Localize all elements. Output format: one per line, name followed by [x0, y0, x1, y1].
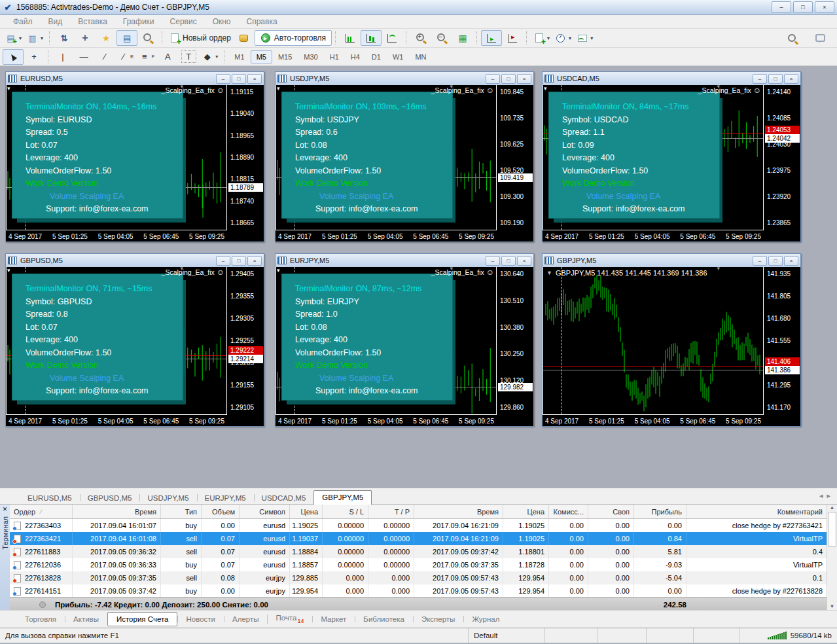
column-header-profit[interactable]: Прибыль	[634, 505, 686, 518]
new-chart-button[interactable]: ▾	[3, 30, 24, 46]
timeframe-MN[interactable]: MN	[409, 50, 432, 63]
terminal-close-icon[interactable]: ✕	[3, 506, 8, 512]
timeframe-M15[interactable]: M15	[272, 50, 298, 63]
terminal-tab-маркет[interactable]: Маркет	[312, 613, 355, 626]
timeframe-M5[interactable]: M5	[251, 50, 272, 63]
chart-plot[interactable]: ▾▾TerminalMonitor ON, 71ms, ~15msSymbol:…	[6, 267, 227, 415]
timeframe-M1[interactable]: M1	[228, 50, 250, 63]
chart-window-titlebar[interactable]: EURJPY,M5–□×	[276, 254, 533, 268]
cursor-button[interactable]	[3, 49, 24, 65]
chart-close-button[interactable]: ×	[517, 256, 531, 266]
chart-tab-eurusd-m5[interactable]: EURUSD,M5	[20, 492, 80, 504]
column-header-comment[interactable]: Комментарий	[686, 505, 827, 518]
chart-restore-button[interactable]: □	[232, 256, 246, 266]
chart-window-usdcad-m5[interactable]: USDCAD,M5–□×▾▾TerminalMonitor ON, 84ms, …	[542, 71, 801, 242]
column-header-time[interactable]: Время	[73, 505, 161, 518]
column-header-symbol[interactable]: Символ	[240, 505, 290, 518]
chart-restore-button[interactable]: □	[768, 74, 783, 84]
timeframe-D1[interactable]: D1	[366, 50, 387, 63]
chart-plot[interactable]: ▾▾TerminalMonitor ON, 84ms, ~17msSymbol:…	[543, 85, 764, 230]
column-header-swap[interactable]: Своп	[588, 505, 634, 518]
chat-button[interactable]	[810, 31, 830, 46]
templates-button[interactable]: ▾	[574, 30, 596, 46]
terminal-tab-история-счета[interactable]: История Счета	[107, 612, 178, 626]
status-profile[interactable]: Default	[468, 628, 544, 643]
chart-restore-button[interactable]: □	[768, 256, 783, 266]
chart-tab-usdcad-m5[interactable]: USDCAD,M5	[254, 492, 314, 504]
crosshair-button[interactable]: +	[24, 49, 45, 65]
chart-plot[interactable]: ▾▾TerminalMonitor ON, 87ms, ~12msSymbol:…	[276, 267, 497, 415]
column-header-volume[interactable]: Объем	[202, 505, 240, 518]
zoom-out-button[interactable]: –	[431, 30, 452, 46]
terminal-scrollbar[interactable]: ▲▼	[827, 505, 837, 611]
menu-Справка[interactable]: Справка	[239, 17, 285, 26]
terminal-tab-библиотека[interactable]: Библиотека	[355, 613, 413, 626]
terminal-tab-алерты[interactable]: Алерты	[224, 613, 267, 626]
chart-window-titlebar[interactable]: USDCAD,M5–□×	[543, 72, 800, 86]
chart-window-gbpusd-m5[interactable]: GBPUSD,M5–□×▾▾TerminalMonitor ON, 71ms, …	[5, 253, 264, 427]
terminal-tab-торговля[interactable]: Торговля	[16, 613, 65, 626]
candlestick-mode-button[interactable]	[361, 30, 382, 46]
chart-window-eurjpy-m5[interactable]: EURJPY,M5–□×▾▾TerminalMonitor ON, 87ms, …	[275, 253, 534, 427]
chart-tab-usdjpy-m5[interactable]: USDJPY,M5	[139, 492, 196, 504]
chart-window-eurusd-m5[interactable]: EURUSD,M5–□×▾▾TerminalMonitor ON, 104ms,…	[5, 71, 264, 242]
search-button[interactable]	[782, 31, 803, 46]
menu-Графики[interactable]: Графики	[115, 17, 162, 26]
chart-minimize-button[interactable]: –	[753, 256, 767, 266]
indicators-button[interactable]: ▾	[531, 30, 552, 46]
equidistant-channel-button[interactable]: ∕E	[115, 49, 136, 65]
column-header-commission[interactable]: Комисс...	[549, 505, 588, 518]
terminal-tab-почта[interactable]: Почта14	[267, 611, 312, 626]
column-header-close_time[interactable]: Время	[414, 505, 503, 518]
column-header-sl[interactable]: S / L	[323, 505, 368, 518]
chart-tab-eurjpy-m5[interactable]: EURJPY,M5	[197, 492, 254, 504]
table-row[interactable]: 2273634212017.09.04 16:01:08sell0.07euru…	[10, 532, 827, 545]
chart-restore-button[interactable]: □	[501, 256, 516, 266]
auto-trading-button[interactable]: Авто-торговля	[255, 30, 332, 46]
chart-minimize-button[interactable]: –	[486, 74, 500, 84]
chart-window-gbpjpy-m5[interactable]: GBPJPY,M5–□×▾▼GBPJPY,M5 141.435 141.445 …	[542, 253, 801, 427]
fibonacci-button[interactable]: ≡F	[136, 49, 157, 65]
timeframe-H4[interactable]: H4	[345, 50, 366, 63]
menu-Вставка[interactable]: Вставка	[70, 17, 115, 26]
chart-close-button[interactable]: ×	[784, 74, 798, 84]
column-header-type[interactable]: Тип	[161, 505, 202, 518]
terminal-tab-новости[interactable]: Новости	[177, 613, 224, 626]
arrows-button[interactable]: ◆▾	[199, 49, 221, 65]
navigator-button[interactable]	[96, 30, 116, 46]
minimize-button[interactable]: –	[772, 1, 791, 13]
terminal-tab-эксперты[interactable]: Эксперты	[413, 613, 463, 626]
profiles-button[interactable]: ▾	[24, 30, 46, 46]
chart-minimize-button[interactable]: –	[486, 256, 500, 266]
market-watch-button[interactable]	[54, 30, 75, 46]
market-button[interactable]	[234, 30, 255, 46]
chart-window-titlebar[interactable]: EURUSD,M5–□×	[6, 72, 264, 86]
tab-scroll-arrows[interactable]: ◂▸	[819, 492, 834, 500]
trendline-button[interactable]: ∕	[94, 49, 115, 65]
table-row[interactable]: 2276138282017.09.05 09:37:35sell0.08eurj…	[10, 571, 827, 584]
periods-button[interactable]: ▾	[552, 30, 574, 46]
terminal-panel-button[interactable]	[116, 30, 137, 46]
table-row[interactable]: 2276120362017.09.05 09:36:33buy0.07eurus…	[10, 558, 827, 571]
chart-minimize-button[interactable]: –	[216, 74, 230, 84]
column-header-tp[interactable]: T / P	[368, 505, 414, 518]
table-row[interactable]: 2276118832017.09.05 09:36:32sell0.07euru…	[10, 545, 827, 558]
chart-minimize-button[interactable]: –	[216, 256, 230, 266]
column-header-price[interactable]: Цена	[290, 505, 323, 518]
terminal-tab-журнал[interactable]: Журнал	[463, 613, 508, 626]
chart-restore-button[interactable]: □	[232, 74, 246, 84]
tile-windows-button[interactable]	[452, 30, 473, 46]
column-header-close_price[interactable]: Цена	[503, 505, 549, 518]
horizontal-line-button[interactable]: —	[73, 49, 94, 65]
timeframe-H1[interactable]: H1	[324, 50, 345, 63]
chart-tab-gbpjpy-m5[interactable]: GBPJPY,M5	[313, 490, 372, 505]
strategy-tester-button[interactable]	[137, 30, 158, 46]
column-header-order[interactable]: Ордер∕	[10, 505, 73, 518]
close-button[interactable]: ×	[815, 1, 834, 13]
text-button[interactable]: A	[157, 49, 178, 65]
chart-close-button[interactable]: ×	[247, 256, 262, 266]
chart-close-button[interactable]: ×	[247, 74, 262, 84]
terminal-tab-активы[interactable]: Активы	[65, 613, 107, 626]
menu-Вид[interactable]: Вид	[41, 17, 71, 26]
zoom-in-button[interactable]: +	[410, 30, 431, 46]
